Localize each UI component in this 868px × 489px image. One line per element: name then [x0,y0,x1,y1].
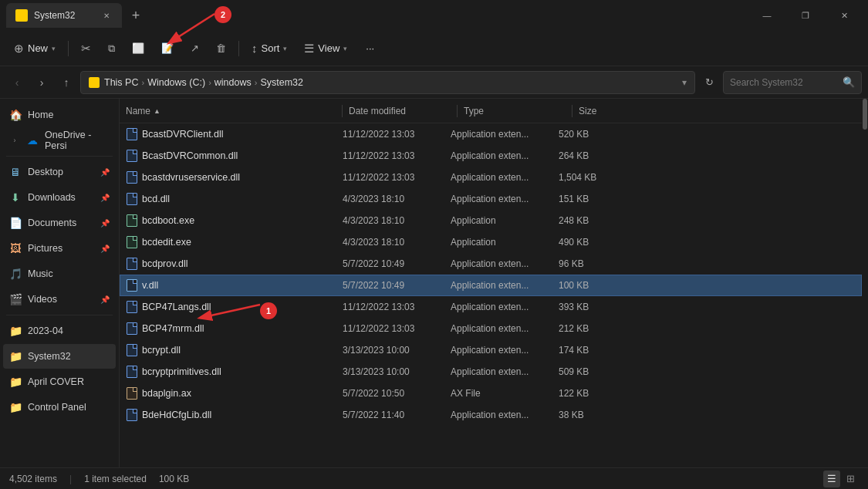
sidebar-item-system32[interactable]: 📁 System32 [3,344,116,369]
refresh-button[interactable]: ↻ [698,72,720,93]
folder-2023-icon: 📁 [9,325,22,337]
videos-pin-icon: 📌 [100,295,110,304]
view-grid-button[interactable]: ⊞ [842,470,859,487]
documents-icon: 📄 [9,217,22,229]
cut-icon: ✂ [81,42,91,56]
file-type: Application exten... [451,150,559,161]
up-button[interactable]: ↑ [56,72,77,93]
paste-button[interactable]: ⬜ [124,35,152,62]
table-row[interactable]: bcryptprimitives.dll 3/13/2023 10:00 App… [120,361,862,383]
table-row[interactable]: BcastDVRClient.dll 11/12/2022 13:03 Appl… [120,123,862,145]
col-header-date[interactable]: Date modified [349,106,457,116]
tab-title: System32 [34,10,94,21]
file-list-container: Name ▲ Date modified Type Size [120,99,862,467]
folder-control-icon: 📁 [9,401,22,413]
file-type: Application exten... [451,172,559,183]
sidebar-item-pictures[interactable]: 🖼 Pictures 📌 [3,236,116,261]
view-chevron-icon: ▾ [343,45,347,52]
table-row[interactable]: bcd.dll 4/3/2023 18:10 Application exten… [120,188,862,210]
annotation-badge-2: 2 [214,6,231,23]
file-name: bdaplgin.ax [142,388,191,399]
sidebar-item-desktop[interactable]: 🖥 Desktop 📌 [3,160,116,184]
new-label: New [28,42,48,54]
annotation-badge-1: 1 [260,302,277,319]
dll-file-icon [127,322,137,335]
tab-close-button[interactable]: ✕ [100,9,113,22]
col-header-name[interactable]: Name ▲ [126,106,342,116]
paste-icon: ⬜ [132,42,144,54]
table-row[interactable]: v.dll 5/7/2022 10:49 Application exten..… [120,275,862,296]
cut-button[interactable]: ✂ [73,35,99,62]
file-list: BcastDVRClient.dll 11/12/2022 13:03 Appl… [120,123,862,467]
table-row[interactable]: bdaplgin.ax 5/7/2022 10:50 AX File 122 K… [120,383,862,404]
col-name-label: Name [126,106,150,116]
rename-button[interactable]: 📝 [154,35,181,62]
status-separator: | [69,474,72,484]
scrollbar-track[interactable] [862,99,868,467]
view-button[interactable]: ☰ View ▾ [296,35,355,62]
sidebar-label-pictures: Pictures [28,243,62,254]
file-date: 11/12/2022 13:03 [343,150,451,161]
onedrive-icon: ☁ [26,134,39,147]
copy-icon: ⧉ [108,42,115,55]
new-icon: ⊕ [14,42,24,56]
sidebar-item-onedrive[interactable]: › ☁ OneDrive - Persi [3,128,116,153]
status-item-count: 4,502 items [9,474,57,484]
maximize-button[interactable]: ❐ [788,3,823,28]
dll-file-icon [127,344,137,356]
sidebar-item-videos[interactable]: 🎬 Videos 📌 [3,287,116,312]
file-name: BdeHdCfgLib.dll [142,410,211,420]
table-row[interactable]: bcrypt.dll 3/13/2023 10:00 Application e… [120,339,862,361]
view-list-button[interactable]: ☰ [823,470,840,487]
sort-button[interactable]: ↕ Sort ▾ [244,35,295,62]
sidebar-item-downloads[interactable]: ⬇ Downloads 📌 [3,185,116,210]
table-row[interactable]: BdeHdCfgLib.dll 5/7/2022 11:40 Applicati… [120,404,862,426]
share-button[interactable]: ↗ [183,35,207,62]
sidebar-item-music[interactable]: 🎵 Music [3,261,116,286]
table-row[interactable]: bcdboot.exe 4/3/2023 18:10 Application 2… [120,210,862,231]
table-row[interactable]: bcastdvruserservice.dll 11/12/2022 13:03… [120,167,862,188]
file-size: 38 KB [559,410,620,420]
table-row[interactable]: bcdedit.exe 4/3/2023 18:10 Application 4… [120,231,862,253]
sidebar-item-april[interactable]: 📁 April COVER [3,369,116,394]
back-button[interactable]: ‹ [6,72,28,93]
exe-file-icon [127,214,137,227]
search-input[interactable] [730,77,838,88]
table-row[interactable]: BcastDVRCommon.dll 11/12/2022 13:03 Appl… [120,145,862,167]
file-date: 5/7/2022 10:49 [343,280,451,291]
path-windows: windows [214,77,252,88]
col-divider-1 [342,105,343,117]
file-type: Application exten... [451,302,559,312]
delete-button[interactable]: 🗑 [208,35,234,62]
new-tab-button[interactable]: + [125,5,147,26]
home-icon: 🏠 [9,109,22,121]
sidebar-item-2023[interactable]: 📁 2023-04 [3,319,116,343]
copy-button[interactable]: ⧉ [100,35,123,62]
new-button[interactable]: ⊕ New ▾ [6,35,63,62]
file-name: bcdboot.exe [142,215,194,226]
search-box[interactable]: 🔍 [723,71,862,94]
table-row[interactable]: BCP47mrm.dll 11/12/2022 13:03 Applicatio… [120,318,862,339]
tab-system32[interactable]: System32 ✕ [6,3,122,28]
address-bar[interactable]: This PC › Windows (C:) › windows › Syste… [80,71,695,94]
file-date: 11/12/2022 13:03 [343,323,451,334]
sidebar-label-home: Home [28,110,53,120]
minimize-button[interactable]: — [749,3,785,28]
file-name: bcrypt.dll [142,345,181,356]
table-row[interactable]: bcdprov.dll 5/7/2022 10:49 Application e… [120,253,862,275]
dll-file-icon [127,279,137,292]
forward-button[interactable]: › [31,72,52,93]
sidebar-item-documents[interactable]: 📄 Documents 📌 [3,211,116,235]
more-button[interactable]: ··· [360,35,380,62]
pictures-pin-icon: 📌 [100,244,110,253]
main-area: 🏠 Home › ☁ OneDrive - Persi 🖥 Desktop 📌 … [0,99,868,467]
address-dropdown-icon[interactable]: ▾ [682,77,687,88]
close-button[interactable]: ✕ [826,3,862,28]
sidebar-item-home[interactable]: 🏠 Home [3,103,116,127]
sidebar-item-controlpanel[interactable]: 📁 Control Panel [3,395,116,420]
sidebar-label-system32: System32 [28,351,71,362]
scrollbar-thumb[interactable] [863,99,867,130]
col-header-type[interactable]: Type [464,106,572,116]
col-header-size[interactable]: Size [579,106,640,116]
table-row[interactable]: BCP47Langs.dll 11/12/2022 13:03 Applicat… [120,296,862,318]
